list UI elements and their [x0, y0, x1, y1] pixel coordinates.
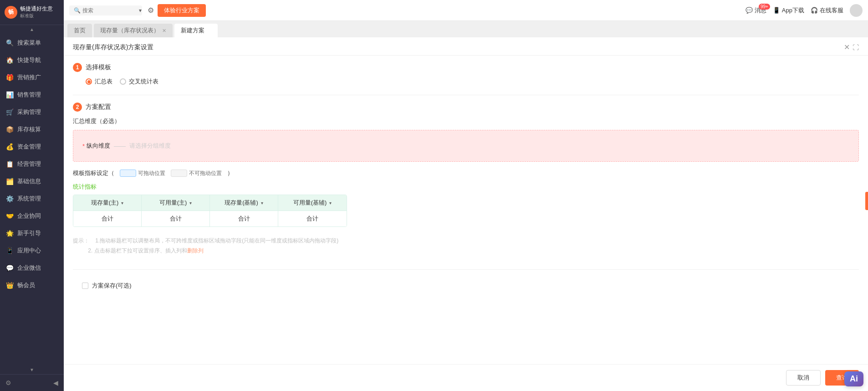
- section-1-label: 选择模板: [86, 63, 111, 72]
- sidebar-scroll-down[interactable]: ▼: [0, 365, 64, 374]
- tab-new-scheme-close[interactable]: ✕: [207, 28, 211, 34]
- stats-section: 统计指标 现存量(主) ▾ 可用量(主) ▾: [73, 183, 859, 227]
- phone-icon: 📱: [773, 7, 780, 14]
- service-label: 在线客服: [820, 6, 843, 15]
- header-current-aux[interactable]: 现存量(基辅) ▾: [210, 195, 278, 211]
- radio-summary-circle: [86, 78, 92, 85]
- content-close-btn[interactable]: ✕: [844, 43, 850, 51]
- header-available-main-chevron[interactable]: ▾: [189, 201, 192, 206]
- stats-title: 统计指标: [73, 183, 859, 191]
- industry-btn[interactable]: 体验行业方案: [158, 4, 206, 17]
- topbar-app-download[interactable]: 📱 App下载: [773, 6, 804, 15]
- radio-cross-label: 交叉统计表: [129, 77, 158, 86]
- sidebar-item-contract[interactable]: 🤝 企业协同: [0, 207, 64, 225]
- message-icon: 💬: [745, 7, 753, 14]
- sidebar-item-basic[interactable]: 🗂️ 基础信息: [0, 173, 64, 190]
- draggable-badge: 可拖动位置: [120, 170, 165, 177]
- sidebar-item-operations[interactable]: 📋 经营管理: [0, 155, 64, 173]
- non-draggable-box: [171, 170, 187, 177]
- topbar-right: 💬 消息 99+ 📱 App下载 🎧 在线客服: [745, 4, 863, 17]
- clipboard-icon: 📋: [5, 160, 14, 168]
- header-current-main[interactable]: 现存量(主) ▾: [73, 195, 142, 211]
- divider-1: [73, 95, 859, 95]
- dimension-name: 纵向维度: [87, 142, 110, 150]
- sidebar-item-label: 采购管理: [17, 108, 41, 116]
- money-icon: 💰: [5, 143, 14, 151]
- header-current-aux-chevron[interactable]: ▾: [261, 201, 263, 206]
- cart-icon: 🛒: [5, 108, 14, 116]
- header-available-aux-chevron[interactable]: ▾: [329, 201, 332, 206]
- sidebar-item-member[interactable]: 👑 畅会员: [0, 277, 64, 294]
- gift-icon: 🎁: [5, 73, 14, 82]
- tab-home-label: 首页: [74, 26, 86, 35]
- header-current-main-chevron[interactable]: ▾: [121, 201, 123, 206]
- dimension-placeholder: 请选择分组维度: [129, 142, 171, 150]
- header-current-aux-label: 现存量(基辅): [225, 199, 258, 207]
- tab-inventory-status[interactable]: 现存量（库存状况表） ✕: [94, 24, 173, 37]
- radio-cross[interactable]: 交叉统计表: [120, 77, 158, 86]
- tab-home[interactable]: 首页: [67, 24, 92, 37]
- tips-section: 提示： 1.拖动标题栏可以调整布局，不可跨维度或指标区域拖动字段(只能在同一维度…: [73, 232, 859, 260]
- chat-icon: 💬: [5, 264, 14, 272]
- dimension-box[interactable]: * 纵向维度 —— 请选择分组维度: [73, 130, 859, 162]
- draggable-box: [120, 170, 136, 177]
- collapse-icon[interactable]: ◀: [53, 379, 58, 386]
- sidebar-item-search[interactable]: 🔍 搜索菜单: [0, 34, 64, 51]
- search-box[interactable]: 🔍 ▾: [69, 5, 142, 15]
- sidebar-item-apps[interactable]: 📱 应用中心: [0, 242, 64, 259]
- sidebar-item-marketing[interactable]: 🎁 营销推广: [0, 69, 64, 86]
- summary-dim-label: 汇总维度（必选）: [73, 117, 859, 125]
- sidebar-item-label: 库存核算: [17, 125, 41, 134]
- data-current-main: 合计: [73, 211, 142, 226]
- sidebar-item-finance[interactable]: 💰 资金管理: [0, 138, 64, 155]
- sidebar-item-quick-nav[interactable]: 🏠 快捷导航: [0, 51, 64, 69]
- indicator-settings-label: 模板指标设定（: [73, 169, 114, 177]
- search-input[interactable]: [82, 7, 137, 14]
- header-available-aux[interactable]: 可用量(基辅) ▾: [278, 195, 347, 211]
- indicator-settings-suffix: ）: [227, 169, 233, 177]
- sidebar-item-sales[interactable]: 📊 销售管理: [0, 86, 64, 103]
- sidebar-logo: 畅 畅捷通好生意 标准版: [0, 0, 64, 25]
- sidebar-item-label: 新手引导: [17, 229, 41, 237]
- sidebar-item-label: 系统管理: [17, 195, 41, 203]
- header-available-main-label: 可用量(主): [159, 199, 187, 207]
- cancel-button[interactable]: 取消: [786, 370, 821, 386]
- tab-inventory-close[interactable]: ✕: [162, 28, 166, 34]
- sidebar-item-wechat[interactable]: 💬 企业微信: [0, 259, 64, 277]
- sidebar-item-label: 畅会员: [17, 281, 35, 289]
- right-handle[interactable]: [865, 192, 868, 210]
- settings-footer-icon[interactable]: ⚙: [5, 379, 11, 386]
- radio-summary[interactable]: 汇总表: [86, 77, 112, 86]
- search-dropdown-btn[interactable]: ▾: [139, 7, 142, 14]
- section-2-num: 2: [73, 103, 82, 112]
- radio-summary-label: 汇总表: [95, 77, 112, 86]
- settings-icon: ⚙️: [5, 195, 14, 203]
- draggable-label: 可拖动位置: [138, 170, 165, 177]
- tab-new-scheme-label: 新建方案: [181, 26, 204, 35]
- ai-badge[interactable]: Ai: [844, 371, 863, 386]
- topbar-gear-icon[interactable]: ⚙: [148, 6, 154, 15]
- divider-2: [73, 269, 859, 270]
- radio-cross-circle: [120, 78, 126, 85]
- user-avatar[interactable]: [850, 4, 863, 17]
- save-option: 方案保存(可选): [73, 277, 859, 294]
- sidebar-scroll-up[interactable]: ▲: [0, 25, 64, 34]
- content-expand-btn[interactable]: ⛶: [853, 43, 859, 51]
- header-available-main[interactable]: 可用量(主) ▾: [142, 195, 210, 211]
- dimension-dash: ——: [114, 143, 126, 149]
- sidebar-item-purchase[interactable]: 🛒 采购管理: [0, 103, 64, 121]
- topbar-messages[interactable]: 💬 消息 99+: [745, 6, 766, 15]
- headset-icon: 🎧: [811, 7, 818, 14]
- save-checkbox[interactable]: [82, 283, 88, 289]
- main-area: 🔍 ▾ ⚙ 体验行业方案 💬 消息 99+ 📱 App下载 🎧 在线客服: [64, 0, 868, 391]
- topbar-service[interactable]: 🎧 在线客服: [811, 6, 843, 15]
- sidebar-item-system[interactable]: ⚙️ 系统管理: [0, 190, 64, 207]
- search-icon: 🔍: [74, 7, 81, 14]
- data-current-aux: 合计: [210, 211, 278, 226]
- message-badge: 99+: [759, 4, 770, 10]
- sidebar-item-guide[interactable]: 🌟 新手引导: [0, 225, 64, 242]
- tab-new-scheme[interactable]: 新建方案 ✕: [174, 24, 218, 37]
- sidebar-item-inventory[interactable]: 📦 库存核算: [0, 121, 64, 138]
- template-options: 汇总表 交叉统计表: [86, 77, 859, 86]
- non-draggable-badge: 不可拖动位置: [171, 170, 222, 177]
